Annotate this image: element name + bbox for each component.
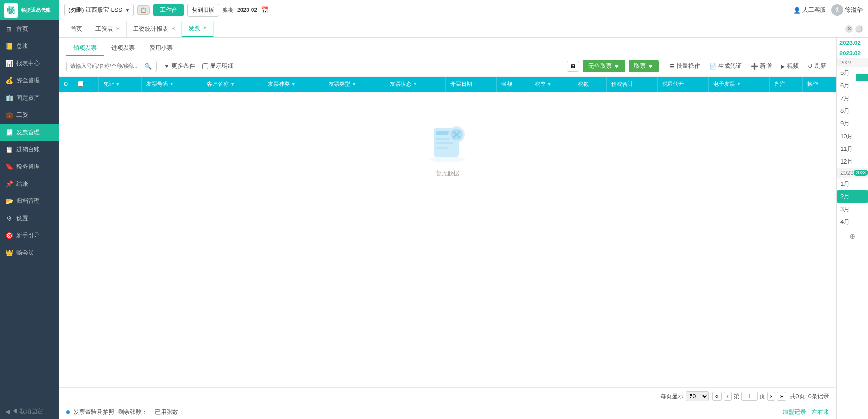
search-input[interactable] <box>70 63 143 69</box>
tab-salary-close[interactable]: ✕ <box>116 26 120 32</box>
tab-salary[interactable]: 工资表 ✕ <box>89 21 127 37</box>
sidebar-item-ledger[interactable]: 📒 总账 <box>0 38 59 55</box>
tab-salary-stats-close[interactable]: ✕ <box>171 26 175 32</box>
sidebar-label-funds: 资金管理 <box>16 77 40 85</box>
sidebar-item-home[interactable]: ⊞ 首页 <box>0 20 59 38</box>
month-2022-10[interactable]: 10月 <box>837 130 868 143</box>
sub-tab-sales[interactable]: 销项发票 <box>66 41 104 56</box>
col-action[interactable]: 操作 <box>803 77 836 92</box>
grid-view-btn[interactable]: ⊞ <box>567 61 579 72</box>
month-2023-2[interactable]: 2月 <box>837 190 868 203</box>
tax-rate-filter-icon[interactable]: ▼ <box>547 82 552 87</box>
last-page-btn[interactable]: » <box>777 392 787 401</box>
next-page-btn[interactable]: › <box>767 392 775 401</box>
calendar-icon[interactable]: 📅 <box>261 6 268 14</box>
prev-page-btn[interactable]: ‹ <box>724 392 732 401</box>
maximize-window-btn[interactable]: ⬜ <box>855 25 863 33</box>
no-tax-btn[interactable]: 无鱼取票 ▼ <box>583 60 625 72</box>
assets-icon: 🏢 <box>5 94 13 101</box>
tab-home[interactable]: 首页 <box>64 21 89 37</box>
month-2022-6[interactable]: 6月 <box>837 79 868 92</box>
refresh-btn[interactable]: ↺ 刷新 <box>805 60 829 72</box>
date-panel-header-1[interactable]: 2023.02 <box>837 38 868 48</box>
sidebar-item-sales[interactable]: 📋 进销台账 <box>0 141 59 158</box>
open-period-side-btn[interactable]: 开账日期 <box>856 74 868 81</box>
col-invoice-type[interactable]: 发票种类 ▼ <box>263 77 324 92</box>
sidebar-item-assets[interactable]: 🏢 固定资产 <box>0 89 59 106</box>
sidebar-item-close[interactable]: 📌 结账 <box>0 175 59 193</box>
date-panel-scroll-down[interactable]: ⊕ <box>837 228 868 244</box>
col-open-date[interactable]: 开票日期 <box>446 77 497 92</box>
new-btn[interactable]: ➕ 新增 <box>748 60 774 72</box>
batch-op-btn[interactable]: ☰ 批量操作 <box>667 60 703 72</box>
video-btn[interactable]: ▶ 视频 <box>778 60 801 72</box>
close-window-btn[interactable]: ✕ <box>845 25 853 33</box>
col-tax-amount[interactable]: 税额 <box>573 77 607 92</box>
sidebar-item-member[interactable]: 👑 畅会员 <box>0 244 59 261</box>
month-2023-3[interactable]: 3月 <box>837 203 868 216</box>
sidebar-item-funds[interactable]: 💰 资金管理 <box>0 72 59 89</box>
gen-voucher-btn[interactable]: 📄 生成凭证 <box>706 60 744 72</box>
sidebar-item-salary[interactable]: 💼 工资 <box>0 106 59 124</box>
ai-service-btn[interactable]: 👤 人工客服 <box>793 6 826 14</box>
show-detail-checkbox[interactable]: 显示明细 <box>202 62 234 70</box>
month-2022-12[interactable]: 12月 <box>837 155 868 168</box>
user-info[interactable]: 头 徐溢华 <box>831 4 863 16</box>
col-tax-rate[interactable]: 税率 ▼ <box>530 77 573 92</box>
select-all-checkbox[interactable] <box>78 81 84 87</box>
col-e-invoice[interactable]: 电子发票 ▼ <box>709 77 770 92</box>
sub-tab-purchase[interactable]: 进项发票 <box>104 41 142 56</box>
switch-old-button[interactable]: 切到旧版 <box>187 4 219 17</box>
invoice-status-filter-icon[interactable]: ▼ <box>413 82 417 87</box>
month-2022-9[interactable]: 9月 <box>837 117 868 130</box>
sidebar-item-guide[interactable]: 🎯 新手引导 <box>0 227 59 244</box>
col-invoice-no[interactable]: 发票号码 ▼ <box>141 77 202 92</box>
col-amount[interactable]: 金额 <box>497 77 530 92</box>
month-2023-1[interactable]: 1月 <box>837 178 868 190</box>
sidebar-item-archive[interactable]: 📂 归档管理 <box>0 193 59 210</box>
first-page-btn[interactable]: « <box>712 392 722 401</box>
copy-button[interactable]: 📋 <box>137 5 150 15</box>
col-remark[interactable]: 备注 <box>769 77 803 92</box>
month-2022-8[interactable]: 8月 <box>837 105 868 117</box>
customer-filter-icon[interactable]: ▼ <box>230 82 235 87</box>
sidebar-item-settings[interactable]: ⚙ 设置 <box>0 210 59 227</box>
col-voucher[interactable]: 凭证 ▼ <box>98 77 141 92</box>
date-panel-header-2[interactable]: 2023.02 <box>837 48 868 58</box>
invoice-type-filter-icon[interactable]: ▼ <box>291 82 296 87</box>
company-selector[interactable]: (勿删) 江西服宝-LSS ▼ <box>64 4 134 16</box>
workbench-button[interactable]: 工作台 <box>153 4 184 16</box>
window-controls: ✕ ⬜ <box>845 25 863 33</box>
sidebar-item-reports[interactable]: 📊 报表中心 <box>0 55 59 72</box>
col-invoice-category[interactable]: 发票类型 ▼ <box>324 77 385 92</box>
tab-invoice-close[interactable]: ✕ <box>203 25 207 31</box>
col-tax-total[interactable]: 价税合计 <box>606 77 658 92</box>
qu-btn[interactable]: 取票 ▼ <box>629 60 659 72</box>
left-right-link[interactable]: 左右账 <box>811 408 829 416</box>
verify-label: 发票查验及拍照 <box>73 408 114 416</box>
month-2022-11[interactable]: 11月 <box>837 143 868 155</box>
col-tax-code[interactable]: 税局代开 <box>658 77 709 92</box>
sidebar-collapse-btn[interactable]: ◀ ◀ 取消固定 <box>0 404 59 419</box>
col-invoice-status[interactable]: 发票状态 ▼ <box>385 77 446 92</box>
month-2023-4[interactable]: 4月 <box>837 216 868 228</box>
show-detail-input[interactable] <box>202 63 208 69</box>
invoice-category-filter-icon[interactable]: ▼ <box>352 82 357 87</box>
more-filter-btn[interactable]: ▼ 更多条件 <box>160 60 199 72</box>
tab-salary-stats[interactable]: 工资统计报表 ✕ <box>127 21 182 37</box>
col-checkbox[interactable] <box>73 77 99 92</box>
col-setting[interactable]: ⚙ <box>59 77 73 92</box>
page-size-select[interactable]: 50 10 20 100 <box>686 391 709 401</box>
page-input[interactable] <box>741 392 758 401</box>
voucher-filter-icon[interactable]: ▼ <box>115 82 120 87</box>
sidebar-item-tax[interactable]: 🔖 税务管理 <box>0 158 59 175</box>
tab-invoice[interactable]: 发票 ✕ <box>182 21 214 37</box>
search-icon[interactable]: 🔍 <box>144 63 152 70</box>
sub-tab-expense[interactable]: 费用小票 <box>142 41 180 56</box>
sidebar-item-invoice[interactable]: 🧾 发票管理 <box>0 124 59 141</box>
month-2022-7[interactable]: 7月 <box>837 92 868 105</box>
e-invoice-filter-icon[interactable]: ▼ <box>737 82 741 87</box>
col-customer[interactable]: 客户名称 ▼ <box>202 77 263 92</box>
invoice-no-filter-icon[interactable]: ▼ <box>169 82 174 87</box>
join-record-link[interactable]: 加盟记录 <box>782 408 806 416</box>
